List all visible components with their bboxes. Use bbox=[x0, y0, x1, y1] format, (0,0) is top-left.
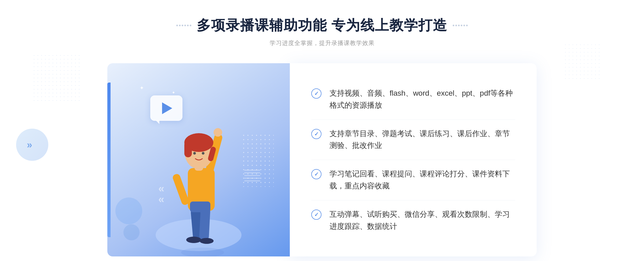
person-illustration: « « bbox=[150, 106, 247, 256]
main-content-area: ✦ ✦ bbox=[107, 63, 537, 256]
page-subtitle: 学习进度全掌握，提升录播课教学效果 bbox=[0, 39, 644, 47]
check-mark-4: ✓ bbox=[314, 212, 319, 217]
check-icon-4: ✓ bbox=[311, 210, 322, 220]
check-icon-2: ✓ bbox=[311, 129, 322, 140]
check-icon-1: ✓ bbox=[311, 88, 322, 99]
header-decoration: 多项录播课辅助功能 专为线上教学打造 bbox=[176, 16, 468, 35]
chevron-left-decoration: » bbox=[27, 139, 32, 151]
sparkle-decoration-2: ✦ bbox=[172, 90, 175, 95]
header-section: 多项录播课辅助功能 专为线上教学打造 学习进度全掌握，提升录播课教学效果 bbox=[0, 16, 644, 47]
deco-circle-1 bbox=[115, 197, 142, 224]
decoration-dots-left bbox=[176, 25, 191, 26]
stripe-decoration bbox=[244, 170, 260, 181]
feature-text-4: 互动弹幕、试听购买、微信分享、观看次数限制、学习进度跟踪、数据统计 bbox=[330, 208, 515, 233]
svg-point-4 bbox=[186, 237, 201, 243]
feature-item-1: ✓ 支持视频、音频、flash、word、excel、ppt、pdf等各种格式的… bbox=[311, 79, 515, 120]
feature-text-3: 学习笔记回看、课程提问、课程评论打分、课件资料下载，重点内容收藏 bbox=[330, 168, 515, 192]
blue-accent-bar bbox=[107, 83, 111, 237]
check-mark-2: ✓ bbox=[314, 131, 319, 137]
check-mark-3: ✓ bbox=[314, 171, 319, 177]
svg-point-14 bbox=[193, 152, 196, 155]
bg-dots-decoration-right bbox=[564, 43, 601, 80]
check-icon-3: ✓ bbox=[311, 169, 322, 180]
decoration-dots-right bbox=[453, 25, 468, 26]
bg-dots-decoration-left bbox=[32, 54, 80, 102]
svg-point-5 bbox=[200, 238, 214, 244]
svg-text:«: « bbox=[158, 193, 164, 205]
feature-item-3: ✓ 学习笔记回看、课程提问、课程评论打分、课件资料下载，重点内容收藏 bbox=[311, 160, 515, 200]
feature-text-1: 支持视频、音频、flash、word、excel、ppt、pdf等各种格式的资源… bbox=[330, 87, 515, 111]
feature-item-2: ✓ 支持章节目录、弹题考试、课后练习、课后作业、章节测验、批改作业 bbox=[311, 120, 515, 160]
svg-rect-8 bbox=[172, 173, 190, 206]
svg-point-16 bbox=[214, 128, 222, 137]
page-container: » 多项录播课辅助功能 专为线上教学打造 学习进度全掌握，提升录播课教学效果 bbox=[0, 0, 644, 261]
deco-circle-2 bbox=[123, 224, 140, 240]
check-circle-2: ✓ bbox=[311, 129, 321, 139]
illustration-container: ✦ ✦ bbox=[107, 63, 290, 256]
svg-text:«: « bbox=[158, 182, 164, 194]
sparkle-decoration-1: ✦ bbox=[140, 85, 144, 91]
check-circle-3: ✓ bbox=[311, 169, 321, 179]
check-circle-1: ✓ bbox=[311, 88, 321, 99]
check-mark-1: ✓ bbox=[314, 91, 319, 96]
page-main-title: 多项录播课辅助功能 专为线上教学打造 bbox=[197, 16, 447, 35]
features-content-card: ✓ 支持视频、音频、flash、word、excel、ppt、pdf等各种格式的… bbox=[290, 63, 537, 256]
svg-point-15 bbox=[202, 152, 204, 155]
feature-text-2: 支持章节目录、弹题考试、课后练习、课后作业、章节测验、批改作业 bbox=[330, 128, 515, 152]
svg-rect-12 bbox=[184, 141, 192, 157]
feature-item-4: ✓ 互动弹幕、试听购买、微信分享、观看次数限制、学习进度跟踪、数据统计 bbox=[311, 200, 515, 241]
check-circle-4: ✓ bbox=[311, 210, 321, 220]
svg-rect-17 bbox=[190, 202, 210, 212]
